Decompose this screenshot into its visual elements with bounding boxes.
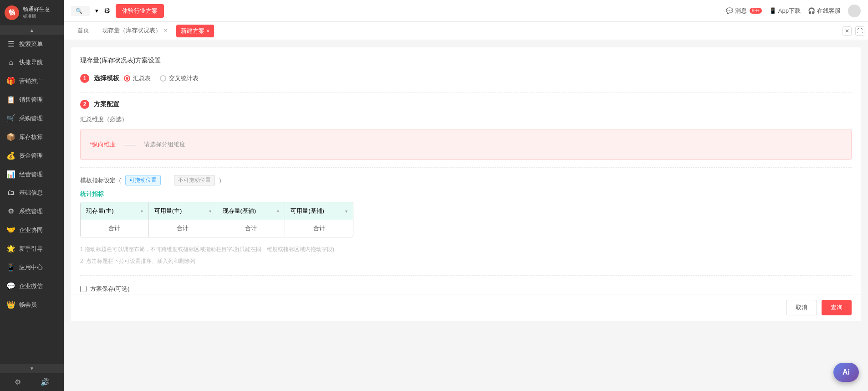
stats-col-dropdown-0[interactable]: ▾ — [141, 209, 143, 214]
user-avatar[interactable] — [848, 5, 861, 17]
sidebar-item-operations[interactable]: 📊 经营管理 — [0, 165, 64, 184]
sidebar-item-label: 快捷导航 — [19, 58, 43, 67]
tab-inventory-status-label: 现存量（库存状况表） — [102, 26, 161, 35]
topbar-right: 💬 消息 99+ 📱 App下载 🎧 在线客服 — [726, 5, 861, 17]
volume-bottom-btn[interactable]: 🔊 — [41, 378, 50, 386]
sidebar-bottom: ⚙ 🔊 — [0, 373, 64, 391]
section-divider-1 — [80, 92, 852, 93]
sidebar-item-label: 系统管理 — [19, 207, 43, 216]
purchase-icon: 🛒 — [6, 114, 15, 123]
sidebar-item-label: 应用中心 — [19, 263, 43, 272]
sidebar-item-finance[interactable]: 💰 资金管理 — [0, 146, 64, 165]
radio-crosstab[interactable]: 交叉统计表 — [160, 74, 199, 82]
sidebar-item-label: 经营管理 — [19, 170, 43, 179]
stats-col-dropdown-3[interactable]: ▾ — [345, 209, 347, 214]
sidebar-item-label: 基础信息 — [19, 189, 43, 197]
radio-summary[interactable]: 汇总表 — [124, 74, 151, 82]
sidebar-item-basic-info[interactable]: 🗂 基础信息 — [0, 184, 64, 202]
section-config: 2 方案配置 汇总维度（必选） *纵向维度 —— 请选择分组维度 模板指标设定（… — [80, 100, 852, 266]
section1-label: 选择模板 — [94, 74, 119, 82]
sidebar-item-guide[interactable]: 🌟 新手引导 — [0, 239, 64, 258]
stats-col-header-2[interactable]: 现存量(基辅) ▾ — [217, 202, 286, 220]
save-option: 方案保存(可选) — [80, 285, 852, 293]
sidebar-item-sales[interactable]: 📋 销售管理 — [0, 90, 64, 109]
dimension-placeholder: 请选择分组维度 — [144, 140, 185, 149]
topbar-dropdown-icon[interactable]: ▾ — [95, 7, 98, 14]
stats-col-body-2: 合计 — [217, 220, 286, 237]
tab-home-label: 首页 — [77, 26, 89, 35]
sidebar-scroll-down[interactable]: ▼ — [0, 364, 64, 373]
query-button[interactable]: 查询 — [822, 300, 852, 315]
tip-1: 1.拖动标题栏可以调整布局，不可跨维度或指标区域拖动栏目字段(只能在同一维度或指… — [80, 245, 852, 255]
sidebar-item-cooperation[interactable]: 🤝 企业协同 — [0, 221, 64, 239]
sales-icon: 📋 — [6, 95, 15, 104]
member-icon: 👑 — [6, 300, 15, 309]
settings-icon-btn[interactable]: ⚙ — [104, 6, 110, 15]
stats-col-dropdown-2[interactable]: ▾ — [277, 209, 279, 214]
sidebar-item-app-center[interactable]: 📱 应用中心 — [0, 258, 64, 277]
topbar-search-box[interactable]: 🔍 — [71, 6, 90, 16]
tab-inventory-status[interactable]: 现存量（库存状况表） × — [96, 22, 174, 40]
headset-icon: 🎧 — [808, 7, 815, 14]
sidebar-item-quick-nav[interactable]: ⌂ 快捷导航 — [0, 53, 64, 72]
stats-col-label-2: 现存量(基辅) — [223, 207, 256, 215]
sidebar-item-label: 畅会员 — [19, 301, 37, 309]
stats-col-body-1: 合计 — [149, 220, 217, 237]
marketing-icon: 🎁 — [6, 77, 15, 85]
section-divider-2 — [80, 167, 852, 168]
dimension-area[interactable]: *纵向维度 —— 请选择分组维度 — [80, 129, 852, 160]
section-divider-3 — [80, 275, 852, 276]
online-service-btn[interactable]: 🎧 在线客服 — [808, 7, 841, 15]
stats-col-label-0: 现存量(主) — [86, 207, 114, 215]
tab-new-plan-label: 新建方案 — [181, 27, 204, 35]
sidebar-item-label: 库存核算 — [19, 133, 43, 141]
messages-label: 消息 — [735, 7, 747, 15]
section1-number: 1 — [80, 74, 89, 83]
app-download-btn[interactable]: 📱 App下载 — [769, 7, 801, 15]
settings-bottom-btn[interactable]: ⚙ — [15, 378, 21, 386]
sidebar-item-inventory[interactable]: 📦 库存核算 — [0, 128, 64, 146]
radio-crosstab-dot — [160, 75, 166, 82]
stats-col-header-1[interactable]: 可用量(主) ▾ — [149, 202, 217, 220]
save-option-label: 方案保存(可选) — [90, 285, 130, 293]
messages-btn[interactable]: 💬 消息 99+ — [726, 7, 762, 15]
sidebar-item-search-menu[interactable]: ☰ 搜索菜单 — [0, 35, 64, 53]
non-draggable-tag: 不可拖动位置 — [174, 175, 215, 185]
sidebar-scroll-up[interactable]: ▲ — [0, 26, 64, 35]
sidebar-item-label: 营销推广 — [19, 77, 43, 85]
stats-col-header-3[interactable]: 可用量(基辅) ▾ — [285, 202, 353, 220]
tab-new-plan[interactable]: 新建方案 × — [176, 25, 214, 37]
window-maximize-btn[interactable]: ⛶ — [855, 26, 864, 36]
industry-plan-button[interactable]: 体验行业方案 — [116, 4, 164, 18]
sidebar-item-marketing[interactable]: 🎁 营销推广 — [0, 72, 64, 90]
ai-bubble-button[interactable]: Ai — [833, 363, 859, 382]
cancel-button[interactable]: 取消 — [786, 300, 817, 315]
indicator-settings-label: 模板指标设定（ 可拖动位置 不可拖动位置 ） — [80, 175, 852, 185]
stats-col-dropdown-1[interactable]: ▾ — [209, 209, 211, 214]
sidebar-item-member[interactable]: 👑 畅会员 — [0, 295, 64, 314]
save-checkbox[interactable] — [80, 286, 87, 292]
stats-col-body-0: 合计 — [81, 220, 149, 237]
window-close-btn[interactable]: ✕ — [842, 26, 852, 36]
stats-col-body-3: 合计 — [285, 220, 353, 237]
sidebar-item-wechat[interactable]: 💬 企业微信 — [0, 277, 64, 295]
sidebar-item-label: 采购管理 — [19, 114, 43, 123]
stats-title: 统计指标 — [80, 190, 852, 198]
footer-buttons: 取消 查询 — [71, 294, 861, 321]
tab-inventory-status-close[interactable]: × — [164, 27, 167, 34]
tab-new-plan-close[interactable]: × — [206, 28, 209, 34]
system-icon: ⚙ — [6, 207, 15, 216]
sidebar-item-label: 资金管理 — [19, 152, 43, 160]
sidebar-item-system[interactable]: ⚙ 系统管理 — [0, 202, 64, 221]
sidebar-item-purchase[interactable]: 🛒 采购管理 — [0, 109, 64, 128]
section-template: 1 选择模板 汇总表 交叉统计表 — [80, 74, 852, 83]
cooperation-icon: 🤝 — [6, 226, 15, 234]
guide-icon: 🌟 — [6, 244, 15, 253]
section2-label: 方案配置 — [94, 100, 119, 108]
stats-col-header-0[interactable]: 现存量(主) ▾ — [81, 202, 149, 220]
indicator-label-mid — [164, 176, 170, 185]
operations-icon: 📊 — [6, 170, 15, 179]
tab-home[interactable]: 首页 — [71, 22, 96, 40]
radio-crosstab-label: 交叉统计表 — [169, 74, 199, 82]
app-icon: 📱 — [769, 7, 776, 14]
